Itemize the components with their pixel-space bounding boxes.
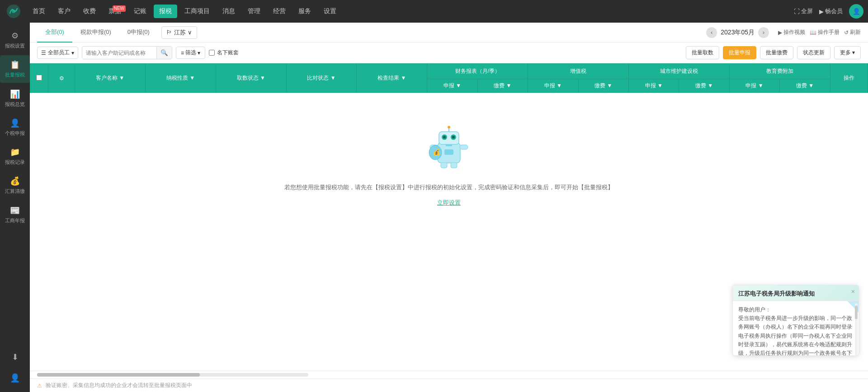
th-compare-status[interactable]: 比对状态 ▼	[286, 64, 357, 93]
sidebar-item-tax-overview[interactable]: 📊 报税总览	[0, 85, 30, 112]
filter-right-buttons: 批量取数 批量申报 批量缴费 状态更新 更多 ▾	[686, 46, 861, 59]
tab-zero-declare[interactable]: 0申报(0)	[119, 23, 158, 43]
app-logo[interactable]	[5, 2, 23, 20]
th-client-name[interactable]: 客户名称 ▼	[75, 64, 146, 93]
th-vat-tax: 增值税	[528, 64, 629, 79]
search-input[interactable]	[82, 48, 156, 58]
new-badge: NEW	[113, 5, 126, 12]
user-icon: 👤	[10, 373, 20, 383]
batch-fetch-button[interactable]: 批量取数	[686, 46, 719, 59]
th-check-result[interactable]: 检查结果 ▼	[357, 64, 427, 93]
nav-operation[interactable]: 经营	[268, 5, 291, 18]
nav-invoice[interactable]: 票据 NEW	[103, 5, 127, 18]
tax-settings-icon: ⚙	[11, 31, 19, 41]
th-financial-declare[interactable]: 申报 ▼	[427, 79, 477, 93]
th-fetch-status[interactable]: 取数状态 ▼	[216, 64, 286, 93]
more-button[interactable]: 更多 ▾	[834, 46, 861, 59]
status-update-button[interactable]: 状态更新	[797, 46, 830, 59]
sidebar-item-download[interactable]: ⬇	[0, 348, 30, 367]
tab-all[interactable]: 全部(0)	[37, 23, 72, 43]
svg-point-6	[443, 136, 446, 139]
svg-point-7	[452, 136, 455, 139]
next-month-button[interactable]: ›	[758, 27, 769, 38]
fin-pay-filter-icon: ▼	[506, 82, 512, 89]
employee-filter[interactable]: ☰ 全部员工 ▾	[37, 47, 78, 59]
tax-overview-icon: 📊	[10, 89, 20, 99]
setup-link[interactable]: 立即设置	[437, 199, 461, 207]
robot-illustration: 💰	[422, 120, 476, 174]
member-icon: ▶	[819, 8, 824, 15]
warning-icon: ⚠	[37, 382, 42, 389]
sidebar-bottom: ⬇ 👤	[0, 348, 30, 392]
search-button[interactable]: 🔍	[156, 47, 172, 59]
search-box: 🔍	[82, 46, 172, 59]
province-selector[interactable]: 🏳 江苏 ∨	[161, 26, 197, 39]
select-all-checkbox[interactable]	[36, 75, 42, 81]
vat-pay-filter-icon: ▼	[607, 82, 612, 89]
operation-manual-button[interactable]: 📖 操作手册	[810, 29, 840, 36]
batch-pay-button[interactable]: 批量缴费	[760, 46, 793, 59]
notification-popup: 江苏电子税务局升级影响通知 × 尊敬的用户： 受当前电子税务局进一步升级的影响，…	[732, 285, 859, 356]
svg-rect-15	[444, 149, 453, 155]
nav-tax[interactable]: 报税	[154, 5, 177, 18]
filter-bar: ☰ 全部员工 ▾ 🔍 ≡ 筛选 ▾ 名下账套 批量取数 批量申报 批量缴费	[30, 43, 868, 63]
nav-receivable[interactable]: 收费	[78, 5, 101, 18]
scrollbar-thumb[interactable]	[37, 373, 200, 377]
notification-text: 受当前电子税务局进一步升级的影响，同一个政务网账号（办税人）名下的企业不能再同时…	[738, 314, 853, 355]
svg-text:💰: 💰	[433, 148, 441, 156]
download-icon: ⬇	[12, 352, 19, 362]
sidebar-item-user[interactable]: 👤	[0, 368, 30, 387]
sidebar-item-batch-tax[interactable]: 📋 批量报税	[0, 55, 30, 82]
operation-video-button[interactable]: ▶ 操作视频	[778, 29, 805, 36]
svg-rect-17	[451, 163, 457, 168]
notification-header: 江苏电子税务局升级影响通知 ×	[733, 285, 859, 301]
th-vat-pay[interactable]: 缴费 ▼	[578, 79, 628, 93]
fullscreen-button[interactable]: ⛶ 全屏	[794, 7, 813, 15]
th-city-declare[interactable]: 申报 ▼	[628, 79, 679, 93]
th-gear[interactable]: ⚙	[48, 64, 75, 93]
horizontal-scrollbar[interactable]	[37, 373, 308, 377]
notification-title: 江苏电子税务局升级影响通知	[738, 290, 853, 298]
th-tax-type[interactable]: 纳税性质 ▼	[146, 64, 216, 93]
th-city-construction: 城市维护建设税	[628, 64, 729, 79]
nav-home[interactable]: 首页	[27, 5, 51, 18]
user-avatar[interactable]: 👤	[849, 4, 863, 19]
status-bar: ⚠ 验证账密、采集信息均成功的企业才会流转至批量报税页面中	[30, 378, 868, 392]
filter-chevron-icon: ▾	[198, 50, 200, 56]
th-edu-declare[interactable]: 申报 ▼	[729, 79, 779, 93]
filter-button[interactable]: ≡ 筛选 ▾	[176, 47, 205, 59]
sidebar-item-personal-tax[interactable]: 👤 个税申报	[0, 114, 30, 141]
notification-close-button[interactable]: ×	[851, 288, 855, 295]
th-financial-pay[interactable]: 缴费 ▼	[477, 79, 528, 93]
nav-business[interactable]: 工商项目	[179, 5, 215, 18]
account-set-checkbox[interactable]	[209, 50, 215, 56]
client-name-filter-icon: ▼	[119, 75, 124, 81]
nav-management[interactable]: 管理	[242, 5, 266, 18]
tab-tax-declare[interactable]: 税款申报(0)	[72, 23, 119, 43]
th-checkbox[interactable]	[30, 64, 48, 93]
settlement-icon: 💰	[10, 176, 20, 186]
th-vat-declare[interactable]: 申报 ▼	[528, 79, 578, 93]
th-edu-pay[interactable]: 缴费 ▼	[780, 79, 830, 93]
nav-customer[interactable]: 客户	[52, 5, 76, 18]
sidebar-item-settlement[interactable]: 💰 汇算清缴	[0, 172, 30, 199]
member-button[interactable]: ▶ 畅会员	[819, 7, 843, 15]
nav-bookkeeping[interactable]: 记账	[128, 5, 152, 18]
refresh-button[interactable]: ↺ 刷新	[844, 29, 861, 36]
th-city-pay[interactable]: 缴费 ▼	[679, 79, 729, 93]
nav-service[interactable]: 服务	[293, 5, 316, 18]
prev-month-button[interactable]: ‹	[706, 27, 717, 38]
svg-rect-12	[460, 145, 468, 149]
batch-declare-button[interactable]: 批量申报	[723, 46, 756, 59]
sidebar-item-tax-settings[interactable]: ⚙ 报税设置	[0, 26, 30, 53]
sidebar-item-annual-report[interactable]: 📰 工商年报	[0, 201, 30, 228]
tax-record-icon: 📁	[10, 147, 20, 157]
svg-rect-16	[441, 163, 447, 168]
nav-settings[interactable]: 设置	[318, 5, 342, 18]
nav-message[interactable]: 消息	[217, 5, 241, 18]
vat-declare-filter-icon: ▼	[557, 82, 562, 89]
checkbox-row[interactable]: 名下账套	[209, 49, 239, 57]
refresh-icon: ↺	[844, 29, 849, 36]
province-flag-icon: 🏳	[166, 29, 172, 36]
sidebar-item-tax-record[interactable]: 📁 报税记录	[0, 143, 30, 170]
